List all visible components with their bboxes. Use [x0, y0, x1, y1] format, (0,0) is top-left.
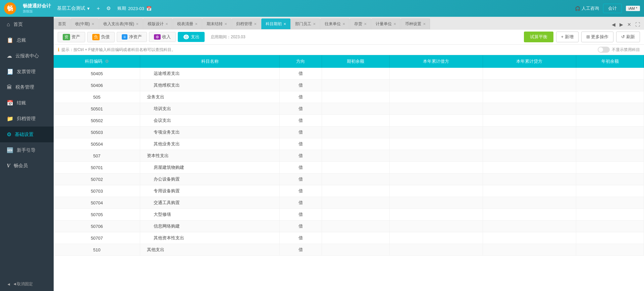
- tab-subject-init-close[interactable]: ✕: [283, 22, 286, 26]
- table-row[interactable]: 510其他支出借: [54, 244, 644, 256]
- tab-template-close[interactable]: ✕: [165, 22, 168, 26]
- table-row[interactable]: 50703专用设备购置借: [54, 185, 644, 197]
- sidebar-item-home[interactable]: ⌂ 首页: [0, 17, 54, 32]
- table-row[interactable]: 50705大型修缮借: [54, 209, 644, 221]
- sub-tab-action-row: 资 资产 负 负债 ≡ 净资产 ⊕ 收入: [54, 30, 644, 45]
- settings-icon[interactable]: ⚙: [106, 5, 111, 11]
- table-row[interactable]: 50504其他业务支出借: [54, 138, 644, 150]
- period-label: 账期: [117, 5, 126, 11]
- sidebar-item-settings[interactable]: ⚙ 基础设置: [0, 127, 54, 142]
- tab-dept-staff-close[interactable]: ✕: [313, 22, 316, 26]
- new-button[interactable]: + 新增: [556, 32, 579, 42]
- tab-prev-icon[interactable]: ◀: [610, 21, 617, 28]
- tab-tax-clear-close[interactable]: ✕: [195, 22, 198, 26]
- cell-name: 专项业务支出: [140, 127, 280, 138]
- balance-button[interactable]: 试算平衡: [524, 32, 553, 42]
- refresh-button[interactable]: ↺ 刷新: [616, 32, 640, 42]
- table-row[interactable]: 50702办公设备购置借: [54, 174, 644, 185]
- tab-customer[interactable]: 往来单位 ✕: [320, 18, 350, 29]
- table-row[interactable]: 50704交通工具购置借: [54, 197, 644, 209]
- company-selector[interactable]: 基层工会测试 ▾: [57, 5, 90, 11]
- toggle-label: 不显示禁用科目: [612, 47, 640, 53]
- cell-credit: [483, 185, 576, 197]
- add-company-icon[interactable]: ＋: [96, 5, 101, 12]
- sub-tab-income[interactable]: ⊕ 收入: [149, 32, 176, 42]
- cell-debit: [389, 103, 483, 115]
- tab-archive-mgr[interactable]: 归档管理 ✕: [232, 18, 261, 29]
- cell-credit: [483, 174, 576, 185]
- trial-badge: iAM *: [626, 6, 640, 11]
- cell-code: 50706: [54, 221, 140, 232]
- table-row[interactable]: 50706信息网络购建借: [54, 221, 644, 232]
- table-row[interactable]: 50501培训支出借: [54, 103, 644, 115]
- tab-archive-mgr-close[interactable]: ✕: [254, 22, 257, 26]
- tab-tax-clear[interactable]: 税表清册 ✕: [173, 18, 202, 29]
- sub-tab-liability[interactable]: 负 负债: [87, 32, 115, 42]
- sidebar-item-guide[interactable]: 🆕 新手引导: [0, 142, 54, 158]
- tab-income-annual[interactable]: 收入支出表(年报) ✕: [99, 18, 143, 29]
- table-row[interactable]: 505业务支出借: [54, 91, 644, 103]
- table-row[interactable]: 50503专项业务支出借: [54, 127, 644, 138]
- table-row[interactable]: 50502会议支出借: [54, 115, 644, 127]
- col-gear-icon[interactable]: ⚙: [105, 59, 109, 64]
- cell-opening: [322, 150, 389, 162]
- tab-measure-unit-close[interactable]: ✕: [393, 22, 396, 26]
- tab-home[interactable]: 首页: [54, 18, 70, 29]
- sidebar-item-tax[interactable]: 🏛 税务管理: [0, 80, 54, 95]
- table-row[interactable]: 507资本性支出借: [54, 150, 644, 162]
- table-row[interactable]: 50707其他资本性支出借: [54, 232, 644, 244]
- sidebar-item-report[interactable]: ☁ 云报表中心: [0, 48, 54, 64]
- tab-next-icon[interactable]: ▶: [618, 21, 625, 28]
- tab-balance-mid-label: 收(中期): [75, 21, 90, 27]
- more-button[interactable]: ⊞ 更多操作: [581, 32, 614, 42]
- tab-customer-close[interactable]: ✕: [342, 22, 345, 26]
- tab-dept-staff[interactable]: 部门员工 ✕: [291, 18, 320, 29]
- tab-balance-mid[interactable]: 收(中期) ✕: [71, 18, 99, 29]
- sub-tab-asset[interactable]: 资 资产: [58, 32, 85, 42]
- tab-fullscreen-icon[interactable]: ⛶: [634, 21, 641, 28]
- sidebar-item-ledger[interactable]: 📋 总账: [0, 32, 54, 48]
- sidebar-item-invoice[interactable]: 🧾 发票管理: [0, 64, 54, 80]
- sidebar-collapse[interactable]: ◄ ◄取消固定: [0, 277, 54, 291]
- table-row[interactable]: 50405远途维差支出借: [54, 68, 644, 80]
- tab-template-label: 模版设计: [148, 21, 164, 27]
- sidebar-item-close[interactable]: 📅 结账: [0, 95, 54, 111]
- tab-balance-mid-close[interactable]: ✕: [92, 22, 94, 26]
- info-icon: ℹ: [58, 47, 59, 52]
- sidebar-label-invoice: 发票管理: [17, 69, 36, 75]
- tab-inventory-close[interactable]: ✕: [364, 22, 367, 26]
- cell-name: 办公设备购置: [140, 174, 280, 185]
- toggle-disabled-subject[interactable]: [598, 47, 610, 53]
- cell-direction: 借: [280, 80, 322, 91]
- table-row[interactable]: 50701房屋建筑物购建借: [54, 162, 644, 174]
- tab-income-annual-close[interactable]: ✕: [136, 22, 139, 26]
- tip-text: 提示：按Ctrl + F键并输入科目编码或者科目名称可以查找科目。: [61, 47, 175, 53]
- member-icon: V: [7, 163, 10, 169]
- account-button[interactable]: 会计: [603, 4, 622, 13]
- cell-credit: [483, 91, 576, 103]
- tab-currency-close[interactable]: ✕: [423, 22, 426, 26]
- tab-template[interactable]: 模版设计 ✕: [143, 18, 172, 29]
- company-dropdown-icon[interactable]: ▾: [87, 6, 90, 11]
- table-row[interactable]: 50406其他维权支出借: [54, 80, 644, 91]
- sidebar-item-member[interactable]: V 畅会员: [0, 158, 54, 174]
- sidebar-item-archive[interactable]: 📁 归档管理: [0, 111, 54, 127]
- tab-subject-init[interactable]: 科目期初 ✕: [261, 18, 290, 29]
- sub-tab-expense[interactable]: ⊙ 支出: [178, 32, 205, 42]
- col-opening: 期初余额: [322, 55, 389, 68]
- calendar-icon[interactable]: 📅: [146, 6, 152, 11]
- sub-tab-net-asset[interactable]: ≡ 净资产: [117, 32, 147, 42]
- cell-opening: [322, 68, 389, 80]
- tab-inventory[interactable]: 存货 ✕: [350, 18, 371, 29]
- tab-currency[interactable]: 币种设置 ✕: [401, 18, 430, 29]
- tab-period-close-close[interactable]: ✕: [224, 22, 227, 26]
- cell-debit: [389, 115, 483, 127]
- table-container[interactable]: 科目编码 ⚙ 科目名称 方向 期初余额 本年累计借方 本年累计贷方 年初余额 5: [54, 55, 644, 291]
- help-button[interactable]: 🎧 人工咨询: [575, 5, 599, 11]
- cell-opening: [322, 127, 389, 138]
- tab-measure-unit[interactable]: 计量单位 ✕: [371, 18, 400, 29]
- tab-close-all-icon[interactable]: ✕: [626, 21, 633, 28]
- cell-direction: 借: [280, 68, 322, 80]
- action-buttons: 试算平衡 + 新增 ⊞ 更多操作 ↺ 刷新: [524, 32, 640, 42]
- tab-period-close[interactable]: 期末结转 ✕: [202, 18, 231, 29]
